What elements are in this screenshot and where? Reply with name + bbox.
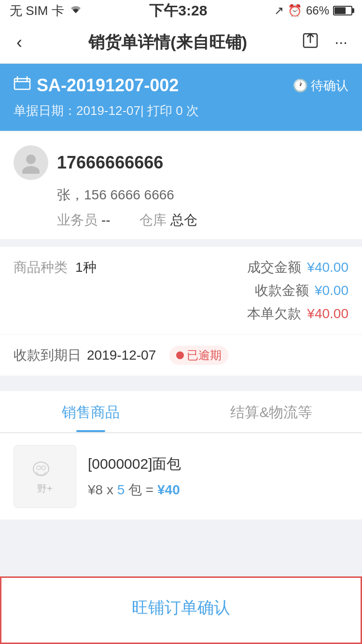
- received-amount-value: ¥0.00: [315, 283, 348, 298]
- svg-point-4: [33, 462, 49, 476]
- transaction-amount-label: 成交金额: [247, 258, 301, 277]
- customer-name: 张，156 6666 6666: [57, 186, 348, 204]
- transaction-amount-value: ¥40.00: [307, 260, 348, 275]
- carrier-text: 无 SIM 卡: [10, 2, 64, 19]
- customer-row: 17666666666: [14, 145, 348, 180]
- owed-amount-value: ¥40.00: [307, 306, 348, 322]
- multiply-sign: x: [107, 482, 117, 497]
- overdue-dot-icon: [176, 351, 184, 359]
- divider-1: [0, 239, 362, 247]
- status-left: 无 SIM 卡: [10, 2, 83, 19]
- alarm-icon: ⏰: [288, 4, 302, 17]
- status-bar: 无 SIM 卡 下午3:28 ↗ ⏰ 66%: [0, 0, 362, 21]
- nav-actions: ···: [299, 29, 350, 56]
- sales-rep-value: --: [101, 212, 111, 228]
- svg-point-3: [22, 166, 40, 174]
- order-icon: [14, 75, 31, 96]
- header-card-top: SA-20191207-002 🕐 待确认: [14, 75, 348, 96]
- due-card: 收款到期日 2019-12-07 已逾期: [0, 335, 362, 376]
- back-button[interactable]: ‹: [12, 28, 27, 57]
- quantity: 5: [117, 482, 125, 497]
- goods-type-value: 1种: [75, 258, 97, 277]
- unit: 包: [128, 482, 142, 497]
- owed-amount-label: 本单欠款: [247, 305, 301, 323]
- unit-price: ¥8: [88, 482, 103, 497]
- goods-type-label: 商品种类: [14, 258, 68, 277]
- svg-point-5: [37, 466, 41, 470]
- equals-sign: =: [146, 482, 157, 497]
- summary-right: 成交金额 ¥40.00 收款金额 ¥0.00 本单欠款 ¥40.00: [247, 258, 348, 323]
- svg-point-6: [42, 466, 45, 470]
- order-status: 🕐 待确认: [292, 77, 348, 94]
- warehouse: 仓库 总仓: [139, 211, 197, 229]
- received-amount-label: 收款金额: [255, 281, 309, 300]
- status-right: ↗ ⏰ 66%: [274, 4, 352, 17]
- avatar: [14, 145, 48, 180]
- warehouse-value: 总仓: [170, 211, 197, 229]
- sales-rep-label: 业务员: [57, 211, 97, 229]
- owed-amount-row: 本单欠款 ¥40.00: [247, 305, 348, 323]
- order-date: 单据日期：2019-12-07| 打印 0 次: [14, 102, 348, 119]
- customer-card: 17666666666 张，156 6666 6666 业务员 -- 仓库 总仓: [0, 132, 362, 239]
- svg-point-2: [26, 154, 36, 164]
- sales-rep: 业务员 --: [57, 211, 111, 229]
- order-id: SA-20191207-002: [14, 75, 179, 96]
- location-icon: ↗: [274, 4, 284, 17]
- customer-meta: 业务员 -- 仓库 总仓: [57, 211, 348, 229]
- confirm-order-button[interactable]: 旺铺订单确认: [15, 587, 347, 629]
- overdue-text: 已逾期: [187, 348, 222, 363]
- product-thumb-inner: 野+: [30, 458, 59, 495]
- header-card: SA-20191207-002 🕐 待确认 单据日期：2019-12-07| 打…: [0, 64, 362, 131]
- confirm-button-wrap: 旺铺订单确认: [0, 576, 362, 644]
- summary-left: 商品种类 1种: [14, 258, 97, 277]
- warehouse-label: 仓库: [139, 211, 167, 229]
- product-thumbnail: 野+: [14, 445, 76, 508]
- product-section: 野+ [0000002]面包 ¥8 x 5 包 = ¥40: [0, 434, 362, 519]
- battery-percent: 66%: [306, 4, 329, 17]
- transaction-amount-row: 成交金额 ¥40.00: [247, 258, 348, 277]
- page-title: 销货单详情(来自旺铺): [37, 31, 299, 54]
- product-name: [0000002]面包: [88, 454, 348, 474]
- tab-sales-products[interactable]: 销售商品: [0, 391, 181, 432]
- due-date-label: 收款到期日: [14, 346, 81, 364]
- nav-bar: ‹ 销货单详情(来自旺铺) ···: [0, 21, 362, 64]
- product-thumb-text: 野+: [37, 482, 53, 495]
- customer-phone: 17666666666: [57, 153, 163, 173]
- due-date-value: 2019-12-07: [87, 348, 156, 363]
- share-button[interactable]: [299, 29, 322, 56]
- summary-card: 商品种类 1种 成交金额 ¥40.00 收款金额 ¥0.00 本单欠款 ¥40.…: [0, 247, 362, 335]
- goods-type-item: 商品种类 1种: [14, 258, 97, 277]
- product-item: 野+ [0000002]面包 ¥8 x 5 包 = ¥40: [14, 445, 348, 508]
- product-info: [0000002]面包 ¥8 x 5 包 = ¥40: [88, 454, 348, 499]
- divider-3: [0, 376, 362, 383]
- wifi-icon: [69, 3, 83, 18]
- battery-icon: [333, 6, 352, 15]
- tabs: 销售商品 结算&物流等: [0, 391, 362, 433]
- more-button[interactable]: ···: [332, 30, 350, 54]
- tab-settlement[interactable]: 结算&物流等: [181, 391, 362, 432]
- total-price: ¥40: [157, 482, 180, 497]
- status-time: 下午3:28: [149, 1, 207, 21]
- clock-icon: 🕐: [292, 78, 308, 93]
- overdue-badge: 已逾期: [169, 346, 228, 365]
- product-price: ¥8 x 5 包 = ¥40: [88, 481, 348, 499]
- received-amount-row: 收款金额 ¥0.00: [255, 281, 348, 300]
